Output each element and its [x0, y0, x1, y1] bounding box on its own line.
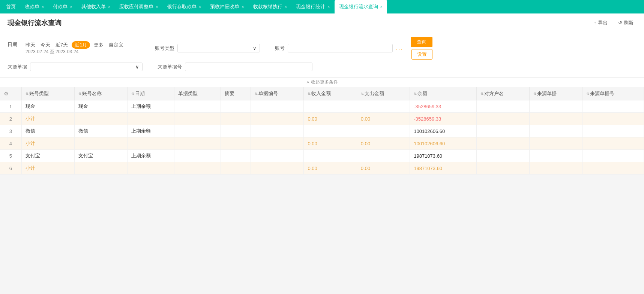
cell-summary	[221, 125, 251, 137]
nav-collection-exec[interactable]: 收款核销执行 ×	[249, 0, 291, 13]
col-counterparty[interactable]: ⇅对方户名	[476, 87, 529, 100]
col-income[interactable]: ⇅收入金额	[304, 87, 357, 100]
cell-expense: 0.00	[357, 137, 410, 150]
nav-cash-bank-stats[interactable]: 现金银行统计 ×	[291, 0, 334, 13]
cell-counterparty	[476, 150, 529, 162]
cell-counterparty	[476, 113, 529, 125]
col-summary[interactable]: 摘要	[221, 87, 251, 100]
row-num: 6	[0, 162, 21, 175]
query-button[interactable]: 查询	[411, 37, 432, 47]
cell-income: 0.00	[304, 113, 357, 125]
close-icon[interactable]: ×	[199, 4, 201, 9]
source-doc-label: 来源单据	[8, 64, 27, 70]
close-icon[interactable]: ×	[156, 4, 158, 9]
close-icon[interactable]: ×	[108, 4, 110, 9]
cell-income: 0.00	[304, 137, 357, 150]
cell-doc-no	[251, 162, 304, 175]
date-options: 昨天 今天 近7天 近1月 更多 自定义	[24, 41, 125, 49]
row-num: 1	[0, 100, 21, 113]
cell-expense: 0.00	[357, 162, 410, 175]
nav-other-income[interactable]: 其他收入单 ×	[77, 0, 115, 13]
nav-shoukuan[interactable]: 收款单 ×	[20, 0, 48, 13]
close-icon[interactable]: ×	[327, 4, 330, 9]
collapse-bar[interactable]: ∧ 收起更多条件	[0, 78, 644, 87]
cell-source-doc	[529, 162, 582, 175]
source-doc-select[interactable]: ∨	[30, 63, 143, 71]
filter-row-date: 日期 昨天 今天 近7天 近1月 更多 自定义 2023-02-24 至 202…	[8, 37, 636, 60]
col-doc-type[interactable]: 单据类型	[174, 87, 221, 100]
chevron-down-icon: ∨	[135, 64, 139, 70]
cell-income	[304, 125, 357, 137]
settings-button[interactable]: 设置	[411, 49, 432, 60]
close-icon[interactable]: ×	[380, 4, 383, 9]
cell-date: 上期余额	[128, 100, 174, 113]
cell-income	[304, 100, 357, 113]
col-account-name[interactable]: ⇅账号名称	[74, 87, 127, 100]
nav-fukuan[interactable]: 付款单 ×	[48, 0, 77, 13]
account-input[interactable]	[288, 44, 393, 52]
nav-prepaid[interactable]: 预收冲应收单 ×	[206, 0, 248, 13]
col-source-doc[interactable]: ⇅来源单据	[529, 87, 582, 100]
date-opt-7days[interactable]: 近7天	[54, 41, 69, 49]
cell-doc-no	[251, 125, 304, 137]
col-expense[interactable]: ⇅支出金额	[357, 87, 410, 100]
nav-adjustment[interactable]: 应收应付调整单 ×	[115, 0, 162, 13]
date-opt-more[interactable]: 更多	[92, 41, 105, 49]
header-actions: ↑ 导出 ↺ 刷新	[591, 18, 637, 28]
source-doc-no-label: 来源单据号	[158, 64, 182, 70]
account-type-select[interactable]: ∨	[177, 44, 260, 52]
nav-home[interactable]: 首页	[2, 0, 20, 13]
data-table: ⚙ ⇅账号类型 ⇅账号名称 ⇅日期 单据类型 摘要 ⇅单据编号 ⇅收入金额 ⇅支…	[0, 87, 644, 175]
table-body: 1 现金 现金 上期余额 -3528659.33 2 小计 0.00 0.00 …	[0, 100, 644, 175]
cell-doc-type	[174, 162, 221, 175]
cell-source-doc-no	[582, 162, 644, 175]
cell-balance: -3528659.33	[410, 113, 476, 125]
refresh-button[interactable]: ↺ 刷新	[615, 18, 636, 28]
gear-icon: ⚙	[4, 91, 9, 97]
cell-expense: 0.00	[357, 113, 410, 125]
cell-source-doc-no	[582, 150, 644, 162]
cell-doc-no	[251, 100, 304, 113]
table-wrapper: ⚙ ⇅账号类型 ⇅账号名称 ⇅日期 单据类型 摘要 ⇅单据编号 ⇅收入金额 ⇅支…	[0, 87, 644, 175]
account-dots-btn[interactable]: ...	[396, 45, 403, 52]
date-opt-1month[interactable]: 近1月	[72, 41, 90, 49]
close-icon[interactable]: ×	[42, 4, 44, 9]
cell-balance: 100102606.60	[410, 125, 476, 137]
close-icon[interactable]: ×	[242, 4, 244, 9]
refresh-icon: ↺	[618, 20, 622, 25]
cell-date: 上期余额	[128, 150, 174, 162]
cell-date: 上期余额	[128, 125, 174, 137]
table-row: 3 微信 微信 上期余额 100102606.60	[0, 125, 644, 137]
filter-row-source: 来源单据 ∨ 来源单据号	[8, 63, 636, 71]
col-gear[interactable]: ⚙	[0, 87, 21, 100]
cell-source-doc	[529, 137, 582, 150]
cell-source-doc-no	[582, 137, 644, 150]
cell-source-doc-no	[582, 113, 644, 125]
cell-account-type: 现金	[21, 100, 74, 113]
date-opt-yesterday[interactable]: 昨天	[24, 41, 37, 49]
date-opt-today[interactable]: 今天	[39, 41, 52, 49]
source-doc-no-input[interactable]	[185, 63, 312, 71]
cell-counterparty	[476, 100, 529, 113]
col-account-type[interactable]: ⇅账号类型	[21, 87, 74, 100]
close-icon[interactable]: ×	[70, 4, 72, 9]
col-balance[interactable]: ⇅余额	[410, 87, 476, 100]
col-source-doc-no[interactable]: ⇅来源单据号	[582, 87, 644, 100]
cell-account-name	[74, 113, 127, 125]
col-doc-no[interactable]: ⇅单据编号	[251, 87, 304, 100]
row-num: 4	[0, 137, 21, 150]
cell-account-type: 小计	[21, 137, 74, 150]
col-date[interactable]: ⇅日期	[128, 87, 174, 100]
nav-cash-bank-flow[interactable]: 现金银行流水查询 ×	[335, 0, 387, 13]
table-row: 5 支付宝 支付宝 上期余额 19871073.60	[0, 150, 644, 162]
cell-balance: 19871073.60	[410, 162, 476, 175]
row-num: 2	[0, 113, 21, 125]
table-row: 4 小计 0.00 0.00 100102606.60	[0, 137, 644, 150]
date-label: 日期	[8, 41, 21, 48]
date-range-display: 2023-02-24 至 2023-03-24	[26, 49, 125, 55]
close-icon[interactable]: ×	[285, 4, 287, 9]
export-button[interactable]: ↑ 导出	[591, 18, 611, 28]
date-opt-custom[interactable]: 自定义	[107, 41, 125, 49]
nav-bank-deposit[interactable]: 银行存取款单 ×	[163, 0, 206, 13]
cell-balance: -3528659.33	[410, 100, 476, 113]
